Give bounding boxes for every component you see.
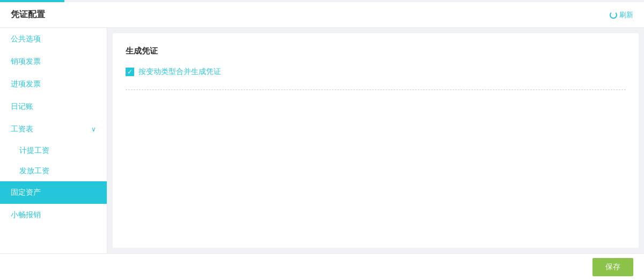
header: 凭证配置 刷新 [0,2,644,28]
refresh-label: 刷新 [619,10,633,20]
sidebar-item-pay-payroll[interactable]: 发放工资 [0,161,107,181]
sidebar-item-sales-invoice[interactable]: 销项发票 [0,50,107,73]
sidebar-item-label: 工资表 [11,124,33,134]
content-area: 生成凭证 ✓ 按变动类型合并生成凭证 [113,33,639,248]
section-divider [126,90,626,90]
checkbox-label: 按变动类型合并生成凭证 [138,67,221,77]
footer: 保存 [0,253,644,280]
sidebar-item-journal[interactable]: 日记账 [0,95,107,118]
sidebar: 公共选项 销项发票 进项发票 日记账 工资表 ∨ 计提工资 发放工资 固定资 [0,28,107,253]
checkbox-row: ✓ 按变动类型合并生成凭证 [126,67,626,77]
sidebar-item-label: 日记账 [11,102,33,112]
main-layout: 公共选项 销项发票 进项发票 日记账 工资表 ∨ 计提工资 发放工资 固定资 [0,28,644,253]
sidebar-item-label: 发放工资 [19,166,49,175]
refresh-button[interactable]: 刷新 [610,10,633,20]
sidebar-item-fixed-assets[interactable]: 固定资产 [0,181,107,204]
merge-by-type-checkbox[interactable]: ✓ [126,68,134,76]
sidebar-item-purchase-invoice[interactable]: 进项发票 [0,73,107,95]
sidebar-item-label: 公共选项 [11,34,41,44]
checkmark-icon: ✓ [127,69,133,75]
sidebar-item-public-options[interactable]: 公共选项 [0,28,107,50]
chevron-down-icon: ∨ [91,126,96,133]
sidebar-item-label: 计提工资 [19,146,49,154]
sidebar-item-accrual-payroll[interactable]: 计提工资 [0,141,107,161]
sidebar-item-expense-reimbursement[interactable]: 小畅报销 [0,204,107,226]
page-title: 凭证配置 [11,9,45,20]
save-button[interactable]: 保存 [592,258,633,276]
sidebar-item-label: 小畅报销 [11,210,41,220]
sidebar-item-label: 固定资产 [11,188,41,197]
sidebar-item-label: 销项发票 [11,57,41,67]
refresh-icon [610,11,617,19]
page-wrapper: 凭证配置 刷新 公共选项 销项发票 进项发票 日记账 工资表 ∨ [0,0,644,280]
sidebar-item-payroll-table[interactable]: 工资表 ∨ [0,118,107,141]
section-title: 生成凭证 [126,46,626,56]
sidebar-item-label: 进项发票 [11,79,41,89]
